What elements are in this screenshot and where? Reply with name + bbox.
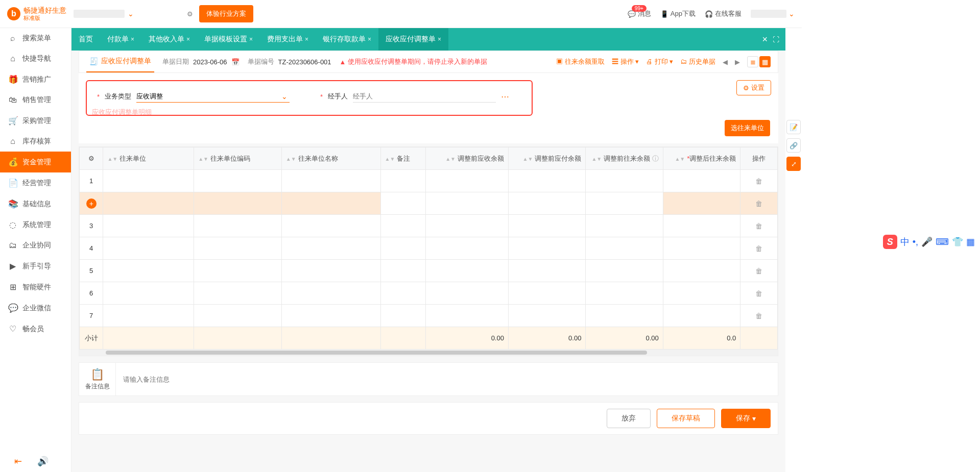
ime-toolbar[interactable]: S 中 •, 🎤 ⌨ 👕 ▦ xyxy=(883,235,975,249)
close-icon[interactable]: × xyxy=(305,36,308,43)
sidebar-footer: ⇤ 🔊 xyxy=(0,451,71,472)
sidebar-item-9[interactable]: ◌系统管理 xyxy=(0,214,71,235)
pick-unit-button[interactable]: 选往来单位 xyxy=(725,120,770,136)
sidebar-item-label: 畅会员 xyxy=(22,325,44,334)
sidebar-item-6[interactable]: 💰资金管理 xyxy=(0,152,71,172)
chevron-down-icon[interactable]: ⌄ xyxy=(281,92,288,101)
save-draft-button[interactable]: 保存草稿 xyxy=(657,409,715,428)
ime-skin-icon[interactable]: 👕 xyxy=(952,236,963,247)
horizontal-scrollbar[interactable] xyxy=(79,350,778,356)
messages-link[interactable]: 💬 99+ 消息 xyxy=(628,9,651,18)
table-row[interactable]: 3🗑 xyxy=(80,215,778,237)
table-row[interactable]: 4🗑 xyxy=(80,237,778,260)
tool-operate[interactable]: ☰ 操作 ▾ xyxy=(612,57,639,66)
trash-icon[interactable]: 🗑 xyxy=(755,200,762,208)
trash-icon[interactable]: 🗑 xyxy=(755,244,762,253)
sidebar-item-3[interactable]: 🛍销售管理 xyxy=(0,90,71,110)
close-icon[interactable]: × xyxy=(438,36,441,43)
tab-3[interactable]: 单据模板设置× xyxy=(197,28,260,51)
col-pre-bal[interactable]: ▲▼调整前往来余额 ⓘ xyxy=(586,147,663,170)
app-download-link[interactable]: 📱 App下载 xyxy=(660,9,696,18)
rail-attach-icon[interactable]: 🔗 xyxy=(786,138,801,153)
sidebar-item-0[interactable]: ⌕搜索菜单 xyxy=(0,28,71,48)
remarks-input[interactable] xyxy=(116,376,778,383)
sidebar-item-label: 基础信息 xyxy=(22,200,51,209)
ime-punct-icon[interactable]: •, xyxy=(913,237,918,247)
trash-icon[interactable]: 🗑 xyxy=(755,267,762,275)
col-pre-ap[interactable]: ▲▼调整前应付余额 xyxy=(508,147,585,170)
sidebar-item-icon: 📄 xyxy=(8,178,17,188)
table-row[interactable]: +🗑 xyxy=(80,192,778,215)
trash-icon[interactable]: 🗑 xyxy=(755,222,762,230)
tab-2[interactable]: 其他收入单× xyxy=(141,28,197,51)
col-code[interactable]: ▲▼往来单位编码 xyxy=(194,147,282,170)
view-card-icon[interactable]: ▦ xyxy=(759,56,771,67)
headset-icon: 🎧 xyxy=(705,10,713,18)
tab-close-all-icon[interactable]: × xyxy=(762,34,768,45)
close-icon[interactable]: × xyxy=(368,36,371,43)
table-row[interactable]: 5🗑 xyxy=(80,260,778,282)
discard-button[interactable]: 放弃 xyxy=(607,409,651,428)
tab-6[interactable]: 应收应付调整单× xyxy=(378,28,448,51)
view-list-icon[interactable]: ≣ xyxy=(747,56,758,67)
close-icon[interactable]: × xyxy=(186,36,190,43)
date-value[interactable]: 2023-06-06 xyxy=(193,58,227,66)
support-link[interactable]: 🎧 在线客服 xyxy=(705,9,742,18)
table-row[interactable]: 7🗑 xyxy=(80,305,778,327)
tool-regain[interactable]: ▣ 往来余额重取 xyxy=(556,57,605,66)
handler-input[interactable] xyxy=(353,90,496,103)
tab-4[interactable]: 费用支出单× xyxy=(260,28,316,51)
sidebar-item-2[interactable]: 🎁营销推广 xyxy=(0,69,71,90)
col-post-bal[interactable]: ▲▼*调整后往来余额 xyxy=(663,147,740,170)
nav-next-icon[interactable]: ▶ xyxy=(735,58,740,66)
rail-expand-icon[interactable]: ⤢ xyxy=(786,157,801,171)
sidebar-item-1[interactable]: ⌂快捷导航 xyxy=(0,48,71,69)
experience-button[interactable]: 体验行业方案 xyxy=(199,5,253,22)
sidebar-item-11[interactable]: ▶新手引导 xyxy=(0,256,71,277)
tab-1[interactable]: 付款单× xyxy=(100,28,141,51)
more-icon[interactable]: ⋯ xyxy=(501,92,510,102)
sidebar-item-10[interactable]: 🗂企业协同 xyxy=(0,235,71,256)
sidebar-item-5[interactable]: ⌂库存核算 xyxy=(0,131,71,152)
sound-icon[interactable]: 🔊 xyxy=(37,456,49,467)
calendar-icon[interactable]: 📅 xyxy=(231,58,240,66)
trash-icon[interactable]: 🗑 xyxy=(755,312,762,320)
rail-note-icon[interactable]: 📝 xyxy=(786,120,801,134)
close-icon[interactable]: × xyxy=(249,36,253,43)
add-row-icon[interactable]: + xyxy=(86,198,97,209)
tool-print[interactable]: 🖨 打印 ▾ xyxy=(646,57,673,66)
save-button[interactable]: 保存 ▾ xyxy=(721,409,771,428)
col-note[interactable]: ▲▼备注 xyxy=(380,147,426,170)
sidebar-item-12[interactable]: ⊞智能硬件 xyxy=(0,277,71,297)
fullscreen-icon[interactable]: ⛶ xyxy=(773,36,779,43)
sidebar-item-8[interactable]: 📚基础信息 xyxy=(0,193,71,214)
ime-toolbox-icon[interactable]: ▦ xyxy=(966,236,975,247)
ime-mic-icon[interactable]: 🎤 xyxy=(921,236,933,247)
sidebar-item-icon: ▶ xyxy=(8,261,17,271)
table-row[interactable]: 6🗑 xyxy=(80,282,778,305)
col-pre-ar[interactable]: ▲▼调整前应收余额 xyxy=(426,147,509,170)
tool-history[interactable]: 🗂 历史单据 xyxy=(680,57,715,66)
nav-prev-icon[interactable]: ◀ xyxy=(723,58,728,66)
settings-button[interactable]: ⚙ 设置 xyxy=(736,80,771,95)
sidebar-item-4[interactable]: 🛒采购管理 xyxy=(0,110,71,131)
col-gear[interactable]: ⚙ xyxy=(80,147,103,170)
org-selector[interactable]: ⌄ xyxy=(74,10,181,18)
sidebar-item-7[interactable]: 📄经营管理 xyxy=(0,172,71,193)
gear-icon[interactable]: ⚙ xyxy=(187,10,193,18)
col-name[interactable]: ▲▼往来单位名称 xyxy=(281,147,380,170)
tab-5[interactable]: 银行存取款单× xyxy=(316,28,378,51)
collapse-icon[interactable]: ⇤ xyxy=(14,456,22,467)
user-menu[interactable]: ⌄ xyxy=(751,10,795,18)
sidebar-item-14[interactable]: ♡畅会员 xyxy=(0,318,71,339)
table-row[interactable]: 1🗑 xyxy=(80,170,778,192)
tab-0[interactable]: 首页 xyxy=(71,28,100,51)
biz-type-select[interactable] xyxy=(136,90,290,103)
ime-lang-label[interactable]: 中 xyxy=(900,236,910,248)
trash-icon[interactable]: 🗑 xyxy=(755,289,762,297)
ime-keyboard-icon[interactable]: ⌨ xyxy=(936,236,949,247)
sidebar-item-13[interactable]: 💬企业微信 xyxy=(0,297,71,318)
col-unit[interactable]: ▲▼往来单位 xyxy=(103,147,194,170)
trash-icon[interactable]: 🗑 xyxy=(755,177,762,185)
close-icon[interactable]: × xyxy=(131,36,134,43)
